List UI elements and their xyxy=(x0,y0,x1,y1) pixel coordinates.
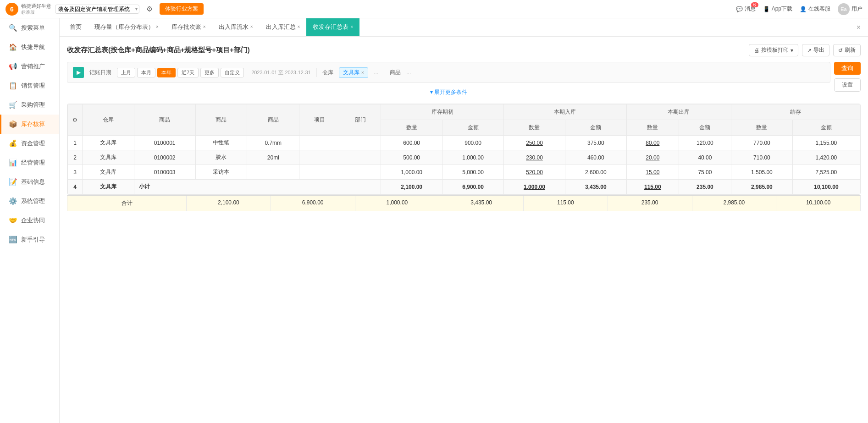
row-out-qty[interactable]: 80.00 xyxy=(626,136,679,150)
tab-batch-account[interactable]: 库存批次账× xyxy=(165,18,212,36)
sidebar-icon-search: 🔍 xyxy=(9,24,17,32)
sidebar-item-inventory[interactable]: 📦库存核算 xyxy=(0,115,59,134)
row-no: 2 xyxy=(68,150,83,165)
top-bar-right: 💬 消息 6 📱 App下载 👤 在线客服 Ea 用户 xyxy=(736,3,862,15)
footer-total-label: 合计 xyxy=(67,196,187,211)
system-select[interactable]: 装备及固定资产辅助管理系统 xyxy=(55,5,139,14)
sidebar-item-operations[interactable]: 📊经营管理 xyxy=(0,153,59,172)
expand-conditions-button[interactable]: ▾ 展开更多条件 xyxy=(426,87,471,98)
sidebar-icon-inventory: 📦 xyxy=(9,120,17,128)
date-btn-more[interactable]: 更多 xyxy=(200,68,219,77)
online-service-button[interactable]: 👤 在线客服 xyxy=(800,5,830,13)
row-end-qty: 1,505.00 xyxy=(731,165,792,180)
subtotal-row: 4 文具库 小计 2,100.00 6,900.00 1,000.00 3,43… xyxy=(68,180,860,194)
brand-name: 畅捷通好生意 标准版 xyxy=(21,3,51,15)
messages-badge: 6 xyxy=(751,2,758,7)
subtotal-out-amt: 235.00 xyxy=(679,180,731,194)
sidebar-label-marketing: 营销推广 xyxy=(21,62,45,71)
col-group-in: 本期入库 xyxy=(504,104,627,120)
row-in-qty[interactable]: 250.00 xyxy=(504,136,565,150)
subtotal-out-qty[interactable]: 115.00 xyxy=(626,180,679,194)
row-in-amt: 375.00 xyxy=(565,136,626,150)
col-group-init: 库存期初 xyxy=(381,104,504,120)
subtotal-end-amt: 10,100.00 xyxy=(792,180,860,194)
table-row: 3 文具库 0100003 采访本 1,000.00 5,000.00 520.… xyxy=(68,165,860,180)
page-title: 收发存汇总表(按仓库+商品编码+商品+规格型号+项目+部门) xyxy=(67,46,250,55)
product-more[interactable]: ... xyxy=(406,69,411,76)
tab-close-collect-summary[interactable]: × xyxy=(350,24,353,29)
row-out-qty[interactable]: 15.00 xyxy=(626,165,679,180)
tab-inout-flow[interactable]: 出入库流水× xyxy=(212,18,260,36)
close-all-tabs-button[interactable]: × xyxy=(853,23,864,32)
warehouse-tag[interactable]: 文具库 × xyxy=(339,67,368,78)
sidebar-label-purchase: 采购管理 xyxy=(21,101,45,109)
date-btn-this-year[interactable]: 本年 xyxy=(157,68,176,77)
warehouse-more[interactable]: ... xyxy=(374,69,378,76)
gear-icon[interactable]: ⚙ xyxy=(143,3,156,16)
sidebar-item-finance[interactable]: 💰资金管理 xyxy=(0,134,59,153)
col-group-out: 本期出库 xyxy=(626,104,731,120)
system-select-wrap[interactable]: 装备及固定资产辅助管理系统 xyxy=(55,5,139,14)
tab-close-batch-account[interactable]: × xyxy=(203,24,206,29)
date-btn-last-month[interactable]: 上月 xyxy=(117,68,135,77)
row-out-qty[interactable]: 20.00 xyxy=(626,150,679,165)
user-area[interactable]: Ea 用户 xyxy=(838,3,862,15)
col-in-amt: 金额 xyxy=(565,120,626,136)
row-in-qty[interactable]: 520.00 xyxy=(504,165,565,180)
sidebar-item-purchase[interactable]: 🛒采购管理 xyxy=(0,95,59,115)
footer-out-amt: 235.00 xyxy=(608,196,692,211)
table-settings-header[interactable]: ⚙ xyxy=(68,104,83,136)
sidebar-item-guide[interactable]: 🆕新手引导 xyxy=(0,230,59,249)
messages-button[interactable]: 💬 消息 6 xyxy=(736,5,756,13)
sidebar-icon-operations: 📊 xyxy=(9,159,17,167)
export-button[interactable]: ↗ 导出 xyxy=(802,44,829,56)
tab-label-inventory-dist: 现存量（库存分布表） xyxy=(94,23,154,31)
sidebar-item-search[interactable]: 🔍搜索菜单 xyxy=(0,18,59,38)
sidebar-item-marketing[interactable]: 📢营销推广 xyxy=(0,57,59,76)
sidebar-label-search: 搜索菜单 xyxy=(21,24,45,32)
tab-collect-summary[interactable]: 收发存汇总表× xyxy=(306,18,359,36)
sidebar-item-system[interactable]: ⚙️系统管理 xyxy=(0,192,59,211)
set-button[interactable]: 设置 xyxy=(834,78,861,92)
col-code: 商品 xyxy=(134,104,195,136)
print-icon: 🖨 xyxy=(754,47,759,54)
subtotal-no: 4 xyxy=(68,180,83,194)
sidebar-item-basic-info[interactable]: 📝基础信息 xyxy=(0,172,59,192)
tab-inventory-dist[interactable]: 现存量（库存分布表）× xyxy=(88,18,165,36)
logo-icon: 6 xyxy=(6,3,18,16)
sidebar-label-sales: 销售管理 xyxy=(21,82,45,90)
refresh-button[interactable]: ↺ 刷新 xyxy=(833,44,861,56)
col-spec: 商品 xyxy=(247,104,299,136)
row-warehouse: 文具库 xyxy=(83,165,134,180)
app-download-button[interactable]: 📱 App下载 xyxy=(763,5,792,13)
sidebar-label-quick-nav: 快捷导航 xyxy=(21,43,45,51)
date-btn-custom[interactable]: 自定义 xyxy=(221,68,244,77)
date-btn-7days[interactable]: 近7天 xyxy=(177,68,199,77)
tab-close-inout-summary[interactable]: × xyxy=(298,24,300,29)
tab-close-inventory-dist[interactable]: × xyxy=(156,24,159,29)
print-button[interactable]: 🖨 按模板打印 ▾ xyxy=(749,44,798,56)
subtotal-in-qty[interactable]: 1,000.00 xyxy=(504,180,565,194)
date-btn-this-month[interactable]: 本月 xyxy=(137,68,155,77)
row-out-amt: 120.00 xyxy=(679,136,731,150)
tab-close-inout-flow[interactable]: × xyxy=(250,24,253,29)
date-range-display: 2023-01-01 至 2023-12-31 xyxy=(251,69,311,76)
sidebar-item-quick-nav[interactable]: 🏠快捷导航 xyxy=(0,38,59,57)
row-end-qty: 710.00 xyxy=(731,150,792,165)
row-end-amt: 1,420.00 xyxy=(792,150,860,165)
sidebar-item-cooperation[interactable]: 🤝企业协同 xyxy=(0,211,59,230)
try-button[interactable]: 体验行业方案 xyxy=(160,3,204,15)
sidebar-icon-basic-info: 📝 xyxy=(9,178,17,186)
row-spec xyxy=(247,165,299,180)
sidebar-item-sales[interactable]: 📋销售管理 xyxy=(0,76,59,95)
tab-home[interactable]: 首页 xyxy=(63,18,88,36)
col-init-amt: 金额 xyxy=(442,120,504,136)
tab-inout-summary[interactable]: 出入库汇总× xyxy=(260,18,307,36)
row-in-qty[interactable]: 230.00 xyxy=(504,150,565,165)
filter-toggle-button[interactable]: ▶ xyxy=(73,67,84,78)
row-dept xyxy=(340,165,381,180)
col-in-qty: 数量 xyxy=(504,120,565,136)
warehouse-tag-close[interactable]: × xyxy=(361,70,364,75)
query-button[interactable]: 查询 xyxy=(834,62,861,75)
row-project xyxy=(299,150,340,165)
